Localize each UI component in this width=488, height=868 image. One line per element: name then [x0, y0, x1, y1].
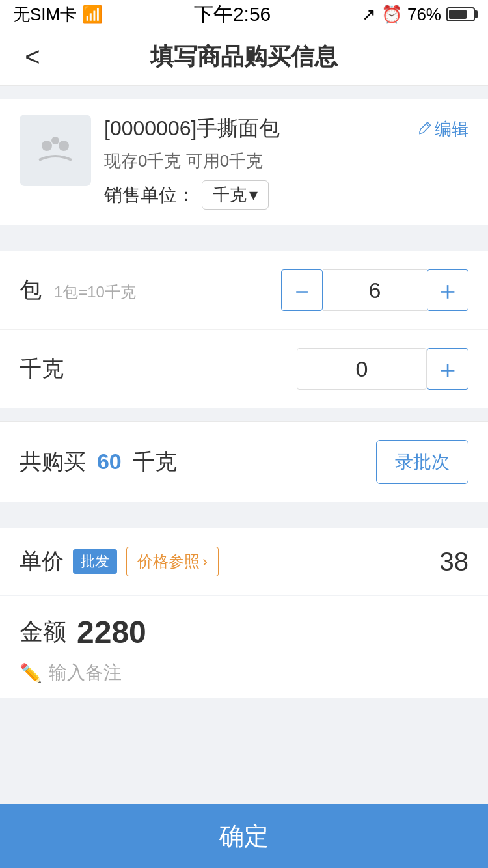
bag-increment-button[interactable]: ＋ [427, 269, 468, 311]
bag-qty-input[interactable] [323, 269, 427, 311]
divider-2 [0, 408, 488, 421]
edit-button[interactable]: 编辑 [418, 118, 468, 141]
location-icon: ↗ [362, 5, 376, 25]
divider-3 [0, 502, 488, 515]
total-info: 共购买 60 千克 [20, 447, 177, 477]
price-ref-button[interactable]: 价格参照 › [126, 547, 219, 576]
total-label: 共购买 [20, 449, 86, 474]
svg-point-2 [51, 137, 59, 144]
time-display: 下午2:56 [194, 1, 271, 28]
price-tag: 批发 [73, 549, 117, 574]
battery-fill [449, 10, 467, 19]
bag-label: 包 [20, 277, 42, 302]
bag-qty-control: － ＋ [281, 269, 468, 311]
confirm-button[interactable]: 确定 [0, 804, 488, 868]
status-left: 无SIM卡 📶 [13, 3, 103, 26]
edit-icon [418, 122, 432, 136]
kg-qty-control: ＋ [297, 348, 468, 390]
dropdown-icon: ▾ [249, 185, 258, 205]
amount-section: 金额 2280 ✏️ 输入备注 [0, 596, 488, 698]
svg-point-0 [42, 141, 52, 151]
bag-decrement-button[interactable]: － [281, 269, 323, 311]
price-ref-label: 价格参照 [137, 551, 200, 572]
divider-1 [0, 225, 488, 238]
price-label: 单价 [20, 547, 64, 576]
price-value: 38 [440, 547, 469, 576]
remark-placeholder: 输入备注 [49, 660, 122, 685]
back-button[interactable]: < [13, 38, 52, 77]
unit-label: 销售单位： [104, 183, 195, 208]
kg-qty-input[interactable] [297, 348, 427, 390]
unit-value: 千克 [213, 183, 247, 206]
product-stock: 现存0千克 可用0千克 [104, 150, 468, 172]
pencil-icon: ✏️ [20, 662, 42, 684]
wifi-icon: 📶 [82, 5, 103, 25]
product-name-row: [0000006]手撕面包 编辑 [104, 115, 468, 143]
amount-value: 2280 [77, 614, 146, 650]
bag-qty-row: 包 1包=10千克 － ＋ [0, 251, 488, 330]
total-row: 共购买 60 千克 录批次 [0, 421, 488, 502]
price-ref-arrow: › [202, 552, 208, 571]
batch-button[interactable]: 录批次 [376, 440, 468, 484]
amount-row: 金额 2280 [20, 614, 468, 650]
bag-label-group: 包 1包=10千克 [20, 275, 136, 305]
product-unit-row: 销售单位： 千克 ▾ [104, 180, 468, 210]
battery-percent: 76% [407, 5, 441, 25]
kg-label-group: 千克 [20, 354, 64, 384]
unit-select[interactable]: 千克 ▾ [202, 180, 269, 210]
total-unit: 千克 [133, 449, 177, 474]
svg-point-1 [59, 141, 69, 151]
product-image [20, 115, 91, 186]
product-info: [0000006]手撕面包 编辑 现存0千克 可用0千克 销售单位： 千克 ▾ [104, 115, 468, 210]
kg-label: 千克 [20, 356, 64, 381]
battery-icon [446, 7, 475, 21]
price-left: 单价 批发 价格参照 › [20, 547, 219, 576]
product-card: [0000006]手撕面包 编辑 现存0千克 可用0千克 销售单位： 千克 ▾ [0, 99, 488, 225]
total-amount: 60 [97, 449, 122, 474]
bag-hint: 1包=10千克 [54, 283, 136, 301]
status-bar: 无SIM卡 📶 下午2:56 ↗ ⏰ 76% [0, 0, 488, 29]
kg-increment-button[interactable]: ＋ [427, 348, 468, 390]
nav-bar: < 填写商品购买信息 [0, 29, 488, 86]
product-name: [0000006]手撕面包 [104, 115, 280, 143]
alarm-icon: ⏰ [381, 5, 402, 25]
carrier-text: 无SIM卡 [13, 3, 77, 26]
amount-label: 金额 [20, 616, 66, 648]
remark-row[interactable]: ✏️ 输入备注 [20, 660, 468, 685]
page-title: 填写商品购买信息 [150, 41, 338, 73]
quantity-section: 包 1包=10千克 － ＋ 千克 ＋ [0, 251, 488, 408]
price-section: 单价 批发 价格参照 › 38 [0, 528, 488, 595]
status-right: ↗ ⏰ 76% [362, 5, 475, 25]
product-logo-icon [33, 128, 78, 173]
kg-qty-row: 千克 ＋ [0, 330, 488, 408]
